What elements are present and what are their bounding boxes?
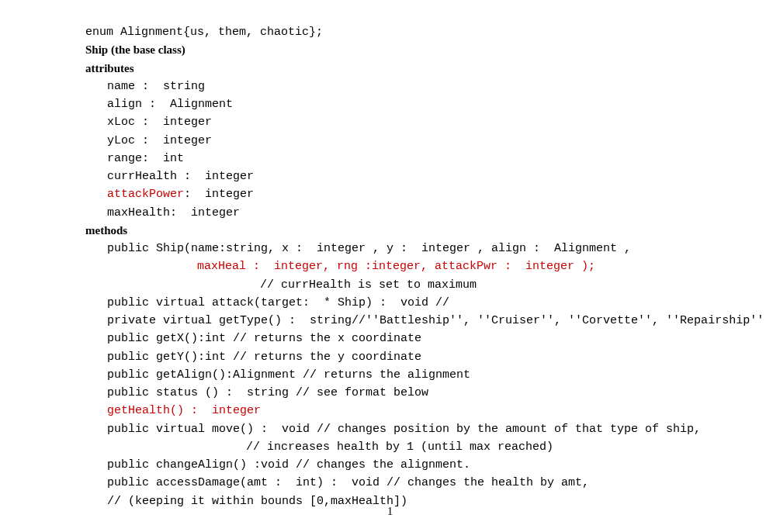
method-changealign: public changeAlign() :void // changes th…: [85, 456, 780, 474]
method-getalign: public getAlign():Alignment // returns t…: [85, 366, 780, 384]
method-status: public status () : string // see format …: [85, 384, 780, 402]
method-attack: public virtual attack(target: * Ship) : …: [85, 294, 780, 312]
document-page: enum Alignment{us, them, chaotic}; Ship …: [0, 0, 780, 510]
attackpower-label: attackPower: [107, 188, 184, 201]
constructor-extra-params: maxHeal : integer, rng :integer, attackP…: [197, 260, 595, 273]
method-constructor-comment: // currHealth is set to maximum: [85, 276, 780, 294]
method-gethealth: getHealth() : integer: [85, 402, 780, 420]
method-accessdamage: public accessDamage(amt : int) : void //…: [85, 474, 780, 492]
attr-align: align : Alignment: [85, 95, 780, 113]
method-move-comment: // increases health by 1 (until max reac…: [85, 438, 780, 456]
attackpower-type: : integer: [184, 188, 254, 201]
attr-yloc: yLoc : integer: [85, 132, 780, 150]
attr-xloc: xLoc : integer: [85, 113, 780, 131]
method-gettype: private virtual getType() : string//''Ba…: [85, 312, 780, 330]
attr-attackpower: attackPower: integer: [85, 185, 780, 203]
attributes-heading: attributes: [85, 60, 780, 78]
enum-declaration: enum Alignment{us, them, chaotic};: [85, 23, 780, 41]
move-comment-text: // increases health by 1 (until max reac…: [246, 440, 553, 454]
attr-maxhealth: maxHealth: integer: [85, 204, 780, 222]
method-gety: public getY():int // returns the y coord…: [85, 348, 780, 366]
method-constructor-line2: maxHeal : integer, rng :integer, attackP…: [85, 257, 780, 275]
method-constructor-line1: public Ship(name:string, x : integer , y…: [85, 240, 780, 257]
attr-currhealth: currHealth : integer: [85, 168, 780, 185]
attr-range: range: int: [85, 150, 780, 168]
attr-name: name : string: [85, 78, 780, 95]
method-getx: public getX():int // returns the x coord…: [85, 330, 780, 347]
methods-heading: methods: [85, 222, 780, 240]
constructor-comment-text: // currHealth is set to maximum: [260, 278, 477, 292]
ship-class-heading: Ship (the base class): [85, 41, 780, 59]
method-move: public virtual move() : void // changes …: [85, 420, 780, 438]
page-number: 1: [0, 505, 780, 518]
